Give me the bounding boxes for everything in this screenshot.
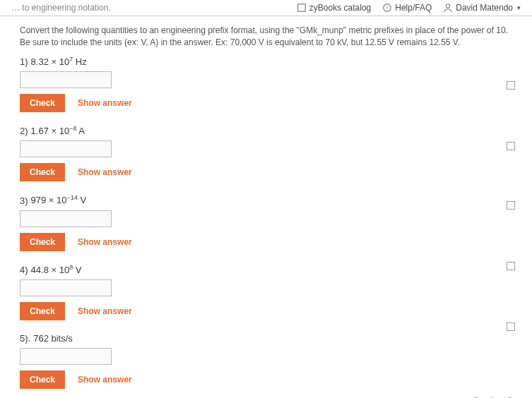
help-label: Help/FAQ [395, 3, 432, 13]
svg-rect-0 [298, 4, 306, 12]
question-prompt: 5).762 bits/s [20, 333, 512, 344]
catalog-link[interactable]: zyBooks catalog [297, 3, 371, 13]
status-checkbox-5 [507, 322, 515, 331]
show-answer-link[interactable]: Show answer [78, 375, 132, 385]
show-answer-link[interactable]: Show answer [78, 167, 132, 177]
question-2: 2)1.67 × 10−8 ACheckShow answer [20, 125, 512, 181]
help-link[interactable]: ? Help/FAQ [382, 3, 432, 13]
question-prompt: 4)44.8 × 108 V [20, 264, 512, 275]
chevron-down-icon: ▾ [517, 4, 521, 11]
answer-input[interactable] [20, 140, 112, 157]
status-checkbox-4 [507, 262, 515, 270]
answer-input[interactable] [20, 71, 112, 88]
question-3: 3)979 × 10−14 VCheckShow answer [20, 194, 512, 251]
answer-input[interactable] [20, 279, 112, 296]
question-prompt: 3)979 × 10−14 V [20, 194, 512, 205]
check-button[interactable]: Check [20, 163, 65, 181]
question-4: 4)44.8 × 108 VCheckShow answer [20, 264, 512, 320]
status-checkbox-1 [507, 81, 515, 90]
status-checkbox-3 [507, 201, 515, 210]
question-prompt: 1)8.32 × 107 Hz [20, 56, 512, 67]
action-row: CheckShow answer [20, 94, 512, 112]
check-button[interactable]: Check [20, 233, 65, 251]
user-menu[interactable]: David Matendo ▾ [443, 3, 521, 13]
action-row: CheckShow answer [20, 370, 512, 389]
instructions-text: Convert the following quantities to an e… [20, 25, 512, 49]
header-right: zyBooks catalog ? Help/FAQ David Matendo… [297, 3, 521, 13]
show-answer-link[interactable]: Show answer [78, 306, 132, 316]
answer-input[interactable] [20, 210, 112, 227]
main-content: Convert the following quantities to an e… [0, 16, 532, 398]
check-button[interactable]: Check [20, 94, 65, 112]
action-row: CheckShow answer [20, 233, 512, 251]
user-label: David Matendo [456, 3, 513, 13]
status-checkbox-2 [507, 142, 515, 150]
action-row: CheckShow answer [20, 163, 512, 181]
breadcrumb-fragment: … to engineering notation. [11, 3, 111, 13]
user-icon [443, 3, 453, 13]
question-1: 1)8.32 × 107 HzCheckShow answer [20, 56, 512, 112]
show-answer-link[interactable]: Show answer [78, 237, 132, 247]
help-icon: ? [382, 3, 392, 13]
action-row: CheckShow answer [20, 302, 512, 320]
show-answer-link[interactable]: Show answer [78, 98, 132, 108]
question-prompt: 2)1.67 × 10−8 A [20, 125, 512, 136]
check-button[interactable]: Check [20, 370, 65, 389]
catalog-label: zyBooks catalog [309, 3, 371, 13]
check-button[interactable]: Check [20, 302, 65, 320]
top-header: … to engineering notation. zyBooks catal… [0, 0, 532, 16]
svg-point-3 [447, 4, 450, 8]
book-icon [297, 3, 307, 13]
svg-text:?: ? [386, 5, 389, 11]
question-5: 5).762 bits/sCheckShow answer [20, 333, 512, 389]
answer-input[interactable] [20, 348, 112, 365]
